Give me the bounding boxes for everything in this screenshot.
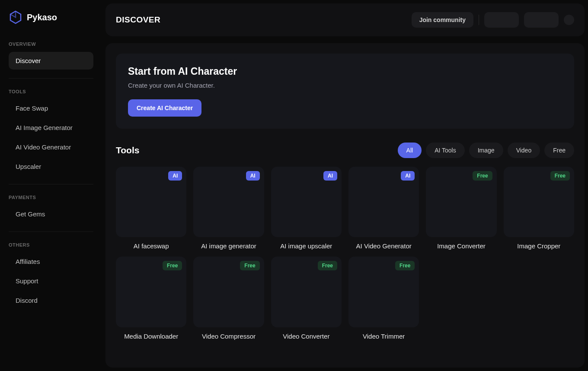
tool-label: Image Converter <box>426 242 496 250</box>
tool-card[interactable]: FreeMedia Downloader <box>116 257 186 339</box>
hero-banner: Start from AI Character Create your own … <box>116 54 574 129</box>
sidebar-item-support[interactable]: Support <box>9 272 93 290</box>
hero-title: Start from AI Character <box>128 66 562 77</box>
tool-card[interactable]: FreeVideo Trimmer <box>348 257 419 339</box>
tool-thumbnail: Free <box>116 257 186 327</box>
tool-card[interactable]: FreeImage Cropper <box>504 167 574 250</box>
avatar-skeleton[interactable] <box>564 15 574 25</box>
tool-label: Video Compressor <box>193 333 264 340</box>
header: DISCOVER Join community <box>105 3 585 36</box>
divider <box>9 231 93 232</box>
filter-all[interactable]: All <box>398 143 422 158</box>
tool-thumbnail: Free <box>426 167 496 237</box>
tool-badge: Free <box>550 171 570 181</box>
sidebar-item-ai-image-generator[interactable]: AI Image Generator <box>9 119 93 136</box>
skeleton-button[interactable] <box>524 12 559 28</box>
tool-badge: AI <box>323 171 337 181</box>
skeleton-button[interactable] <box>484 12 519 28</box>
tool-label: AI image upscaler <box>271 242 342 250</box>
filter-group: All AI Tools Image Video Free <box>398 143 574 158</box>
filter-ai-tools[interactable]: AI Tools <box>426 143 465 158</box>
tool-card[interactable]: AIAI Video Generator <box>348 167 419 250</box>
tool-badge: Free <box>473 171 492 181</box>
create-ai-character-button[interactable]: Create AI Character <box>128 99 201 117</box>
sidebar-item-discover[interactable]: Discover <box>9 52 93 70</box>
sidebar-item-ai-video-generator[interactable]: AI Video Generator <box>9 138 93 156</box>
tool-label: Media Downloader <box>116 333 186 340</box>
logo[interactable]: Pykaso <box>9 10 93 24</box>
section-label-others: OTHERS <box>9 242 93 247</box>
tool-thumbnail: AI <box>271 167 342 237</box>
tool-badge: AI <box>168 171 182 181</box>
tool-thumbnail: Free <box>504 167 574 237</box>
tool-label: Video Converter <box>271 333 342 340</box>
tool-thumbnail: AI <box>193 167 264 237</box>
filter-image[interactable]: Image <box>469 143 503 158</box>
sidebar-item-get-gems[interactable]: Get Gems <box>9 205 93 223</box>
filter-free[interactable]: Free <box>544 143 574 158</box>
tool-card[interactable]: AIAI image upscaler <box>271 167 342 250</box>
tool-badge: Free <box>163 261 182 270</box>
tool-card[interactable]: FreeVideo Compressor <box>193 257 264 339</box>
section-label-overview: OVERVIEW <box>9 41 93 47</box>
sidebar: Pykaso OVERVIEW Discover TOOLS Face Swap… <box>0 0 102 371</box>
tool-card[interactable]: AIAI image generator <box>193 167 264 250</box>
tool-thumbnail: AI <box>116 167 186 237</box>
filter-video[interactable]: Video <box>508 143 540 158</box>
tools-header: Tools All AI Tools Image Video Free <box>116 143 574 158</box>
tool-label: Video Trimmer <box>348 333 419 340</box>
tool-label: AI image generator <box>193 242 264 250</box>
sidebar-item-upscaler[interactable]: Upscaler <box>9 158 93 175</box>
tool-label: Image Cropper <box>504 242 574 250</box>
section-label-tools: TOOLS <box>9 89 93 94</box>
tool-badge: Free <box>395 261 415 270</box>
tool-thumbnail: AI <box>348 167 419 237</box>
join-community-button[interactable]: Join community <box>412 12 473 28</box>
sidebar-item-discord[interactable]: Discord <box>9 292 93 309</box>
logo-icon <box>9 10 22 24</box>
sidebar-item-face-swap[interactable]: Face Swap <box>9 99 93 117</box>
sidebar-item-affiliates[interactable]: Affiliates <box>9 253 93 270</box>
tool-badge: AI <box>246 171 260 181</box>
header-divider <box>479 15 479 25</box>
tool-thumbnail: Free <box>193 257 264 327</box>
tool-card[interactable]: FreeImage Converter <box>426 167 496 250</box>
tool-label: AI Video Generator <box>348 242 419 250</box>
main: DISCOVER Join community Start from AI Ch… <box>102 0 588 371</box>
tool-badge: Free <box>240 261 259 270</box>
header-actions: Join community <box>412 12 574 28</box>
divider <box>9 184 93 184</box>
tools-title: Tools <box>116 145 139 155</box>
hero-subtitle: Create your own AI Character. <box>128 82 562 89</box>
tool-thumbnail: Free <box>271 257 342 327</box>
tools-grid: AIAI faceswapAIAI image generatorAIAI im… <box>116 167 574 340</box>
page-title: DISCOVER <box>116 15 160 25</box>
section-label-payments: PAYMENTS <box>9 195 93 200</box>
tool-badge: Free <box>318 261 337 270</box>
tool-card[interactable]: FreeVideo Converter <box>271 257 342 339</box>
logo-text: Pykaso <box>27 13 57 22</box>
content: Start from AI Character Create your own … <box>105 43 585 368</box>
tool-card[interactable]: AIAI faceswap <box>116 167 186 250</box>
tool-label: AI faceswap <box>116 242 186 250</box>
tool-badge: AI <box>401 171 415 181</box>
divider <box>9 78 93 79</box>
tool-thumbnail: Free <box>348 257 419 327</box>
